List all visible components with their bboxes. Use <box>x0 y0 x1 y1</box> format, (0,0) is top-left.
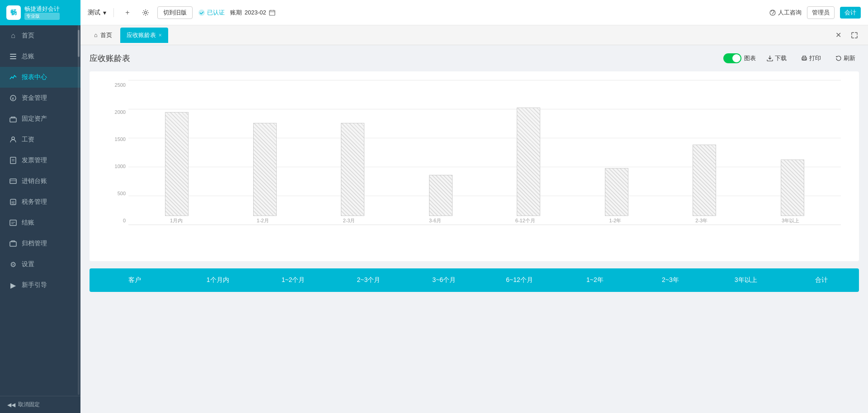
chart-toggle[interactable] <box>723 53 741 63</box>
col-header-customer: 客户 <box>90 276 180 284</box>
svg-rect-7 <box>10 157 16 164</box>
svg-point-18 <box>145 11 147 14</box>
svg-text:税: 税 <box>11 201 15 205</box>
tab-home[interactable]: ⌂ 首页 <box>88 28 118 43</box>
svg-rect-27 <box>803 59 806 60</box>
tabbar: ⌂ 首页 应收账龄表 × ✕ <box>80 25 868 45</box>
sidebar-item-archive[interactable]: 归档管理 <box>0 233 80 254</box>
archive-icon <box>9 239 17 248</box>
bar-2-3年 <box>693 145 716 216</box>
svg-point-6 <box>12 137 14 140</box>
x-label-2: 1-2月 <box>257 217 269 224</box>
settings-btn[interactable] <box>139 6 152 19</box>
expand-btn[interactable] <box>848 29 861 42</box>
workspace-selector[interactable]: 测试 ▾ <box>88 9 106 17</box>
bar-2-3月 <box>341 123 364 216</box>
ledger-icon <box>9 52 17 61</box>
sidebar-item-label: 资金管理 <box>22 94 47 102</box>
settings-icon: ⚙ <box>9 260 17 268</box>
sidebar-item-home[interactable]: ⌂ 首页 <box>0 25 80 46</box>
logo-icon: 畅 <box>6 5 21 20</box>
refresh-btn[interactable]: 刷新 <box>832 52 859 64</box>
user-btn[interactable]: 管理员 <box>807 6 835 19</box>
main-area: 测试 ▾ + 切到旧版 已认证 账期 2023-02 人工咨询 管理员 会计 <box>80 0 868 413</box>
page-content: 应收账龄表 图表 下载 打印 刷新 <box>80 45 868 413</box>
tab-home-label: 首页 <box>100 31 112 39</box>
bar-group-8 <box>781 160 804 216</box>
service-btn[interactable]: 人工咨询 <box>769 9 802 17</box>
svg-rect-2 <box>10 58 16 59</box>
sidebar-item-settle[interactable]: 结账 <box>0 212 80 233</box>
topbar-divider-1 <box>113 8 114 17</box>
chart-plot: 1月内 1-2月 2-3月 3-6月 6-12个月 1-2年 2-3年 3年以上 <box>128 80 841 225</box>
svg-rect-1 <box>10 56 16 57</box>
tab-close-btn[interactable]: × <box>159 32 162 38</box>
bar-group-4 <box>429 175 453 216</box>
x-label-5: 6-12个月 <box>515 217 535 224</box>
svg-rect-14 <box>10 220 16 225</box>
col-header-total: 合计 <box>783 276 859 284</box>
sidebar-item-settings[interactable]: ⚙ 设置 <box>0 254 80 275</box>
switch-version-btn[interactable]: 切到旧版 <box>157 6 193 19</box>
col-header-2-3y: 2~3年 <box>632 276 708 284</box>
sidebar-item-label: 首页 <box>22 32 34 40</box>
bar-1月内 <box>165 112 189 216</box>
sidebar-item-guide[interactable]: ▶ 新手引导 <box>0 275 80 296</box>
cancel-fixed-btn[interactable]: ◀◀ 取消固定 <box>0 396 80 413</box>
home-tab-icon: ⌂ <box>94 32 98 38</box>
app-name: 畅捷通好会计 <box>24 5 60 13</box>
sidebar-item-invoice[interactable]: 发票管理 <box>0 150 80 171</box>
bar-3-6月 <box>429 175 453 216</box>
sidebar-item-label: 报表中心 <box>22 73 47 81</box>
sidebar-item-label: 结账 <box>22 219 34 227</box>
invoice-icon <box>9 156 17 164</box>
page-title: 应收账龄表 <box>90 53 130 64</box>
chart-container: 0 500 1000 1500 2000 2500 <box>90 71 859 261</box>
sidebar-item-salary[interactable]: 工资 <box>0 129 80 150</box>
bar-group-2 <box>253 123 277 216</box>
sidebar-item-label: 总账 <box>22 52 34 61</box>
sidebar-item-label: 进销台账 <box>22 177 47 185</box>
sidebar-item-ledger[interactable]: 总账 <box>0 46 80 67</box>
bar-group-1 <box>165 112 189 216</box>
download-btn[interactable]: 下载 <box>763 52 790 64</box>
svg-rect-20 <box>269 10 275 15</box>
sidebar-item-label: 税务管理 <box>22 198 47 206</box>
sidebar: 畅 畅捷通好会计 专业版 ⌂ 首页 总账 报表中心 ¥ <box>0 0 80 413</box>
tab-aging[interactable]: 应收账龄表 × <box>120 28 168 43</box>
workspace-name: 测试 <box>88 9 100 17</box>
table-header: 客户 1个月内 1~2个月 2~3个月 3~6个月 6~12个月 1~2年 2~… <box>90 268 859 292</box>
x-axis: 1月内 1-2月 2-3月 3-6月 6-12个月 1-2年 2-3年 3年以上 <box>128 216 841 225</box>
sidebar-item-assets[interactable]: 固定资产 <box>0 108 80 129</box>
aging-table: 客户 1个月内 1~2个月 2~3个月 3~6个月 6~12个月 1~2年 2~… <box>90 268 859 292</box>
add-workspace-btn[interactable]: + <box>121 6 134 19</box>
close-panel-btn[interactable]: ✕ <box>832 29 844 42</box>
page-actions: 图表 下载 打印 刷新 <box>723 52 859 64</box>
svg-rect-10 <box>10 179 16 183</box>
sidebar-item-label: 新手引导 <box>22 281 47 289</box>
sidebar-item-label: 设置 <box>22 260 34 268</box>
x-label-3: 2-3月 <box>343 217 355 224</box>
sidebar-item-purchsale[interactable]: 进销台账 <box>0 171 80 192</box>
bar-group-5 <box>517 108 540 216</box>
purchsale-icon <box>9 177 17 185</box>
bar-group-6 <box>605 168 628 216</box>
sidebar-item-funds[interactable]: ¥ 资金管理 <box>0 88 80 108</box>
page-header: 应收账龄表 图表 下载 打印 刷新 <box>90 52 859 64</box>
x-label-4: 3-6月 <box>429 217 441 224</box>
sidebar-item-reports[interactable]: 报表中心 <box>0 67 80 88</box>
sidebar-item-tax[interactable]: 税 税务管理 <box>0 192 80 212</box>
bar-1-2月 <box>253 123 277 216</box>
topbar: 测试 ▾ + 切到旧版 已认证 账期 2023-02 人工咨询 管理员 会计 <box>80 0 868 25</box>
chart-area: 0 500 1000 1500 2000 2500 <box>103 80 845 243</box>
role-btn[interactable]: 会计 <box>840 7 861 19</box>
col-header-1-2y: 1~2年 <box>557 276 633 284</box>
bar-group-7 <box>693 145 716 216</box>
settle-icon <box>9 219 17 227</box>
col-header-3-6m: 3~6个月 <box>406 276 482 284</box>
sidebar-item-label: 发票管理 <box>22 156 47 164</box>
print-btn[interactable]: 打印 <box>797 52 825 64</box>
home-icon: ⌂ <box>9 32 17 40</box>
x-label-8: 3年以上 <box>782 217 799 224</box>
chart-toggle-wrap: 图表 <box>723 53 756 63</box>
